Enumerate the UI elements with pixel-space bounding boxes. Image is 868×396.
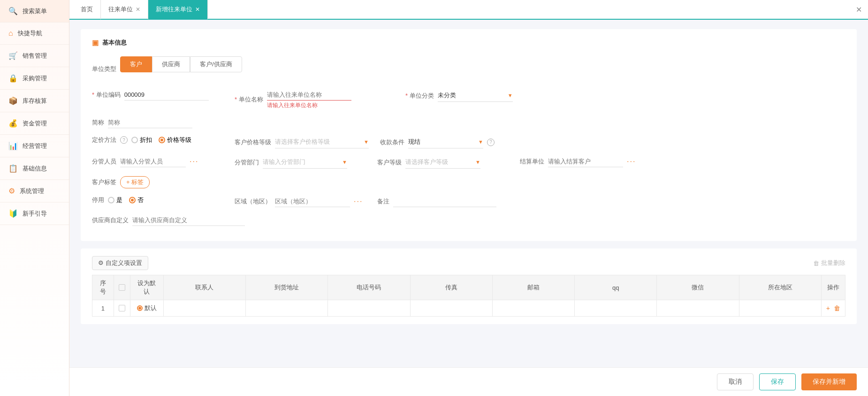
radio-price-level-circle [159, 137, 165, 143]
batch-delete-label: 批量删除 [821, 259, 845, 267]
region-more-btn[interactable]: ··· [354, 197, 363, 206]
cell-checkbox[interactable] [114, 300, 130, 317]
abbr-field: 简称 [92, 117, 223, 128]
cell-address[interactable] [246, 300, 328, 317]
cell-default: 默认 [130, 300, 163, 317]
default-radio[interactable] [137, 305, 143, 311]
col-checkbox[interactable] [114, 275, 130, 300]
radio-disabled-no-circle [129, 197, 136, 203]
radio-disabled-yes[interactable]: 是 [108, 196, 122, 204]
radio-discount[interactable]: 折扣 [131, 136, 152, 144]
unit-name-input[interactable] [267, 89, 351, 101]
tab-new-partner-label: 新增往来单位 [156, 5, 192, 14]
tab-partners-close[interactable]: ✕ [136, 6, 140, 13]
section-title-basic-info: ▣ 基本信息 [92, 39, 845, 47]
customer-level-select[interactable]: 请选择客户等级 ▼ [405, 156, 480, 169]
save-button[interactable]: 保存 [759, 373, 796, 390]
sidebar-item-finance[interactable]: 💰 资金管理 [0, 112, 69, 135]
sidebar-item-inventory[interactable]: 📦 库存核算 [0, 90, 69, 112]
department-select[interactable]: 请输入分管部门 ▼ [263, 156, 347, 169]
pricing-method-field: 定价方法 ? 折扣 价格等级 [92, 136, 223, 144]
tab-partners[interactable]: 往来单位 ✕ [101, 0, 148, 19]
radio-price-level[interactable]: 价格等级 [159, 136, 191, 144]
window-close-button[interactable]: ✕ [853, 4, 864, 15]
abbr-label: 简称 [92, 118, 104, 127]
manager-input[interactable] [120, 156, 186, 167]
contacts-table: 序号 设为默认 联系人 到货地址 电话号码 传真 邮箱 qq 微信 所在地区 操… [92, 275, 845, 317]
cancel-button[interactable]: 取消 [717, 373, 754, 390]
sidebar-item-system[interactable]: ⚙ 系统管理 [0, 180, 69, 202]
unit-code-input[interactable] [124, 89, 209, 101]
wechat-input[interactable] [662, 305, 734, 312]
unit-name-field: 单位名称 请输入往来单位名称 [235, 89, 394, 109]
manager-more-btn[interactable]: ··· [190, 157, 198, 166]
sidebar-item-operations[interactable]: 📊 经营管理 [0, 135, 69, 157]
cell-fax[interactable] [410, 300, 492, 317]
cell-region[interactable] [739, 300, 821, 317]
customer-price-select[interactable]: 请选择客户价格等级 ▼ [275, 136, 369, 148]
row-region-input[interactable] [744, 305, 816, 312]
cell-wechat[interactable] [657, 300, 739, 317]
tag-label: 客户标签 [92, 178, 116, 186]
address-input[interactable] [251, 305, 323, 312]
section-title-label: 基本信息 [102, 39, 127, 47]
radio-disabled-no[interactable]: 否 [129, 196, 144, 204]
cell-contact[interactable] [163, 300, 245, 317]
form-content: ▣ 基本信息 单位类型 客户 供应商 客户/供应商 单位编码 [69, 20, 868, 367]
payment-help-icon[interactable]: ? [487, 139, 495, 146]
cell-phone[interactable] [328, 300, 410, 317]
phone-input[interactable] [333, 305, 405, 312]
fax-input[interactable] [415, 305, 487, 312]
sidebar-label-sales: 销售管理 [23, 52, 47, 60]
pricing-help-icon[interactable]: ? [120, 136, 128, 144]
cell-email[interactable] [492, 300, 574, 317]
table-body: 1 默认 [92, 300, 845, 317]
department-chevron: ▼ [342, 159, 347, 165]
sidebar-item-sales[interactable]: 🛒 销售管理 [0, 45, 69, 67]
abbr-input[interactable] [108, 117, 192, 128]
save-new-button[interactable]: 保存并新增 [801, 373, 857, 390]
remark-input[interactable] [393, 196, 496, 207]
system-icon: ⚙ [8, 186, 15, 195]
batch-delete-button[interactable]: 🗑 批量删除 [813, 259, 845, 267]
type-btn-both[interactable]: 客户/供应商 [190, 56, 242, 72]
settlement-unit-input[interactable] [548, 156, 623, 167]
sidebar-item-quick-nav[interactable]: ⌂ 快捷导航 [0, 23, 69, 45]
sidebar-item-guide[interactable]: 🔰 新手引导 [0, 202, 69, 225]
type-btn-supplier[interactable]: 供应商 [152, 56, 190, 72]
default-label: 默认 [145, 304, 157, 312]
sidebar-label-base-info: 基础信息 [23, 164, 47, 173]
contact-input[interactable] [168, 305, 241, 312]
pricing-method-label: 定价方法 [92, 136, 116, 144]
tab-home[interactable]: 首页 [73, 0, 101, 19]
col-qq: qq [574, 275, 656, 300]
region-input[interactable] [275, 196, 350, 207]
sidebar-item-purchase[interactable]: 🔒 采购管理 [0, 67, 69, 90]
qq-input[interactable] [579, 305, 652, 312]
custom-settings-button[interactable]: ⚙ 自定义项设置 [92, 256, 148, 270]
add-tag-button[interactable]: + 标签 [120, 176, 150, 188]
payment-terms-select[interactable]: 现结 ▼ [408, 136, 483, 148]
tab-new-partner-close[interactable]: ✕ [195, 6, 200, 13]
customer-price-label: 客户价格等级 [235, 138, 271, 147]
sidebar-label-system: 系统管理 [20, 187, 44, 195]
email-input[interactable] [497, 305, 570, 312]
row-add-btn[interactable]: + [826, 304, 830, 312]
radio-discount-label: 折扣 [140, 136, 152, 144]
supplier-custom-input[interactable] [132, 215, 245, 226]
row-delete-btn[interactable]: 🗑 [834, 304, 840, 312]
sidebar-item-search[interactable]: 🔍 搜索菜单 [0, 0, 69, 23]
tab-home-label: 首页 [81, 5, 93, 14]
tab-new-partner[interactable]: 新增往来单位 ✕ [148, 0, 208, 19]
unit-type-label: 单位类型 [92, 65, 116, 73]
sidebar-item-base-info[interactable]: 📋 基础信息 [0, 157, 69, 180]
basic-info-card: ▣ 基本信息 单位类型 客户 供应商 客户/供应商 单位编码 [81, 29, 857, 241]
unit-category-select[interactable]: 未分类 ▼ [438, 89, 513, 102]
unit-category-label: 单位分类 [405, 92, 434, 100]
disabled-radio-group: 是 否 [108, 196, 144, 204]
settlement-more-btn[interactable]: ··· [627, 157, 636, 166]
settlement-unit-label: 结算单位 [520, 157, 544, 166]
disabled-field: 停用 是 否 [92, 196, 223, 204]
cell-qq[interactable] [574, 300, 656, 317]
type-btn-customer[interactable]: 客户 [120, 56, 152, 72]
